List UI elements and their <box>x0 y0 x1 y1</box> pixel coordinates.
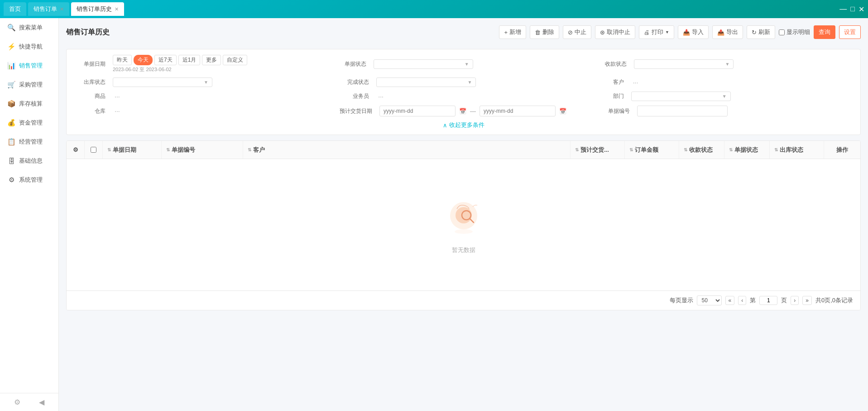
outstock-select[interactable]: ▼ <box>113 77 212 87</box>
th-receipt-status: ⇅ 收款状态 <box>679 141 724 159</box>
minimize-button[interactable]: — <box>839 5 847 13</box>
cancel-stop-icon: ⊛ <box>600 29 605 36</box>
tab-home[interactable]: 首页 <box>4 2 26 16</box>
outstock-arrow: ▼ <box>204 80 208 85</box>
display-detail-checkbox[interactable]: 显示明细 <box>779 28 810 36</box>
import-icon: 📥 <box>683 29 690 36</box>
customer-dots[interactable]: ··· <box>631 79 640 86</box>
doc-status-select[interactable]: ▼ <box>374 59 473 69</box>
sidebar-item-basicinfo[interactable]: 🗄 基础信息 <box>0 151 58 170</box>
filter-row-1: 单据日期 昨天 今天 近7天 近1月 更多 自定义 2023-06-02 至 2… <box>74 55 853 73</box>
sidebar-collapse-icon[interactable]: ◀ <box>39 398 44 406</box>
sidebar-label-sales: 销售管理 <box>19 62 43 70</box>
custom-btn[interactable]: 自定义 <box>223 55 247 65</box>
sort-icon-delivery[interactable]: ⇅ <box>575 147 579 152</box>
more-btn[interactable]: 更多 <box>202 55 221 65</box>
date-quick-btns: 昨天 今天 近7天 近1月 更多 自定义 <box>113 55 247 65</box>
purchase-icon: 🛒 <box>7 81 15 89</box>
cancel-stop-button[interactable]: ⊛ 取消中止 <box>595 25 635 39</box>
sort-icon-status[interactable]: ⇅ <box>729 147 733 152</box>
refresh-icon: ↻ <box>752 29 757 36</box>
sidebar-item-search[interactable]: 🔍 搜索菜单 <box>0 18 58 37</box>
sidebar-settings-icon[interactable]: ⚙ <box>14 398 20 406</box>
collapse-button[interactable]: ∧ 收起更多条件 <box>443 121 484 129</box>
delivery-date-to[interactable] <box>480 106 556 116</box>
product-dots[interactable]: ··· <box>113 93 122 100</box>
per-page-select[interactable]: 10 20 50 100 <box>697 295 722 305</box>
svg-point-2 <box>456 207 472 223</box>
chevron-up-icon: ∧ <box>443 122 447 129</box>
next-page-button[interactable]: › <box>791 296 799 305</box>
th-settings[interactable]: ⚙ <box>67 141 85 159</box>
display-detail-check[interactable] <box>779 29 785 35</box>
sidebar-item-inventory[interactable]: 📦 库存核算 <box>0 94 58 113</box>
7days-btn[interactable]: 近7天 <box>154 55 177 65</box>
refresh-button[interactable]: ↻ 刷新 <box>747 25 775 39</box>
sort-icon-num[interactable]: ⇅ <box>166 147 170 152</box>
sidebar-item-finance[interactable]: 💰 资金管理 <box>0 113 58 132</box>
sales-icon: 📊 <box>7 62 15 70</box>
calendar-to-icon[interactable]: 📅 <box>559 108 566 115</box>
sidebar-item-operations[interactable]: 📋 经营管理 <box>0 132 58 151</box>
new-button[interactable]: + 新增 <box>499 25 526 39</box>
today-btn[interactable]: 今天 <box>134 55 153 65</box>
department-select[interactable]: ▼ <box>631 92 731 101</box>
sidebar-item-system[interactable]: ⚙ 系统管理 <box>0 170 58 189</box>
empty-illustration <box>441 195 486 241</box>
empty-text: 暂无数据 <box>452 246 475 254</box>
settings-button[interactable]: 设置 <box>839 25 861 39</box>
tab-sales-order[interactable]: 销售订单 ✕ <box>28 2 69 16</box>
select-all-checkbox[interactable] <box>91 147 96 153</box>
1month-btn[interactable]: 近1月 <box>178 55 201 65</box>
complete-status-arrow: ▼ <box>467 80 472 85</box>
docno-input[interactable] <box>637 106 728 116</box>
filter-row-4: 仓库 ··· 预计交货日期 📅 — 📅 单据编号 <box>74 106 853 116</box>
sidebar-label-search: 搜索菜单 <box>19 24 43 32</box>
query-button[interactable]: 查询 <box>814 25 835 39</box>
last-page-button[interactable]: » <box>802 296 812 305</box>
yesterday-btn[interactable]: 昨天 <box>113 55 132 65</box>
close-tab-sales-order[interactable]: ✕ <box>60 6 64 12</box>
th-checkbox[interactable] <box>85 141 103 159</box>
sort-icon-date[interactable]: ⇅ <box>107 147 111 152</box>
first-page-button[interactable]: « <box>725 296 735 305</box>
maximize-button[interactable]: □ <box>850 5 855 13</box>
sidebar-item-quicknav[interactable]: ⚡ 快捷导航 <box>0 37 58 56</box>
export-icon: 📤 <box>717 29 724 36</box>
sidebar-label-operations: 经营管理 <box>19 138 43 146</box>
import-button[interactable]: 📥 导入 <box>678 25 709 39</box>
sidebar-label-quicknav: 快捷导航 <box>19 43 43 51</box>
complete-status-select[interactable]: ▼ <box>376 77 476 87</box>
sort-icon-receipt[interactable]: ⇅ <box>684 147 687 152</box>
docno-control <box>637 106 853 116</box>
tab-sales-order-history[interactable]: 销售订单历史 ✕ <box>71 2 124 16</box>
system-icon: ⚙ <box>7 176 15 184</box>
delivery-date-from[interactable] <box>379 106 456 116</box>
delete-button[interactable]: 🗑 删除 <box>530 25 559 39</box>
sort-icon-customer[interactable]: ⇅ <box>248 147 251 152</box>
sidebar-item-sales[interactable]: 📊 销售管理 <box>0 56 58 75</box>
prev-page-button[interactable]: ‹ <box>738 296 746 305</box>
warehouse-dots[interactable]: ··· <box>113 107 122 115</box>
complete-status-label: 完成状态 <box>342 78 369 86</box>
close-button[interactable]: ✕ <box>858 5 864 14</box>
export-button[interactable]: 📤 导出 <box>712 25 743 39</box>
outstock-control: ▼ <box>113 77 335 87</box>
receipt-status-select[interactable]: ▼ <box>634 59 734 69</box>
department-control: ▼ <box>631 92 853 101</box>
gear-icon: ⚙ <box>73 146 78 153</box>
calendar-from-icon[interactable]: 📅 <box>459 108 466 115</box>
sort-icon-amount[interactable]: ⇅ <box>629 147 633 152</box>
page-number-input[interactable] <box>759 296 777 305</box>
total-info: 共0页,0条记录 <box>815 296 853 305</box>
page-label-prefix: 第 <box>750 296 756 305</box>
salesperson-dots[interactable]: ··· <box>376 93 385 100</box>
print-button[interactable]: 🖨 打印 ▼ <box>639 25 674 39</box>
receipt-status-label: 收款状态 <box>599 60 627 68</box>
content-area: 销售订单历史 + 新增 🗑 删除 ⊘ 中止 ⊛ 取消中止 <box>59 18 868 411</box>
sort-icon-outstock[interactable]: ⇅ <box>774 147 778 152</box>
filter-row-3: 商品 ··· 业务员 ··· 部门 ▼ <box>74 92 853 101</box>
close-tab-sales-order-history[interactable]: ✕ <box>115 6 119 12</box>
stop-button[interactable]: ⊘ 中止 <box>563 25 591 39</box>
sidebar-item-purchase[interactable]: 🛒 采购管理 <box>0 75 58 94</box>
